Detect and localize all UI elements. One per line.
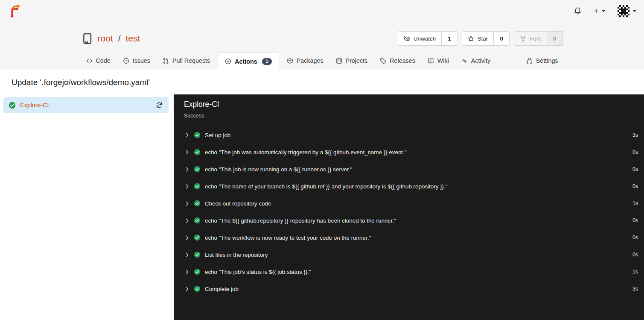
chevron-down-icon <box>633 10 636 12</box>
topnav-right: + <box>574 5 636 18</box>
step-row[interactable]: Set up job 3s <box>174 126 644 144</box>
step-row[interactable]: Complete job 3s <box>174 280 644 297</box>
count-badge[interactable]: 0 <box>494 31 510 46</box>
repo-breadcrumb: root / test <box>82 33 140 44</box>
step-row[interactable]: echo "This job's status is ${{ job.statu… <box>174 263 644 280</box>
step-row[interactable]: List files in the repository 0s <box>174 246 644 263</box>
chevron-right-icon <box>184 252 190 258</box>
tab-wiki[interactable]: Wiki <box>423 52 454 69</box>
forgejo-app: + <box>0 0 644 320</box>
step-duration: 0s <box>632 235 638 241</box>
tab-issues[interactable]: Issues <box>118 52 155 69</box>
chevron-right-icon <box>184 217 190 224</box>
step-row[interactable]: echo "The ${{ github.repository }} repos… <box>174 212 644 229</box>
step-duration: 0s <box>632 183 638 189</box>
eye-slash-icon <box>404 35 410 42</box>
forgejo-logo-icon[interactable] <box>9 4 22 18</box>
chevron-right-icon <box>184 200 190 207</box>
plus-icon: + <box>594 6 599 15</box>
topnav-links <box>33 7 96 15</box>
job-list-item[interactable]: Explore-CI <box>3 97 169 113</box>
repo-name-link[interactable]: test <box>126 33 140 44</box>
tab-activity[interactable]: Activity <box>457 52 495 69</box>
step-row[interactable]: echo "The workflow is now ready to test … <box>174 229 644 246</box>
step-duration: 0s <box>632 149 638 155</box>
step-row[interactable]: Check out repository code 1s <box>174 195 644 212</box>
step-row[interactable]: echo "The name of your branch is ${{ git… <box>174 178 644 195</box>
tab-settings[interactable]: Settings <box>522 52 563 69</box>
step-success-icon <box>194 234 201 241</box>
step-row[interactable]: echo "This job is now running on a ${{ r… <box>174 161 644 178</box>
tab-count-badge: 1 <box>262 58 272 65</box>
run-commit-title: Update '.forgejo/workflows/demo.yaml' <box>0 69 644 94</box>
refresh-icon <box>156 102 163 109</box>
repo-path-separator: / <box>118 33 121 44</box>
tag-icon <box>380 58 386 64</box>
step-duration: 3s <box>632 132 638 138</box>
panel-job-status: Success <box>184 113 634 119</box>
step-duration: 1s <box>632 269 638 275</box>
jobs-sidebar: Explore-CI <box>0 94 174 320</box>
step-duration: 0s <box>632 166 638 172</box>
package-icon <box>287 58 293 64</box>
step-success-icon <box>194 166 201 173</box>
steps-list: Set up job 3s echo "The job was automati… <box>174 124 644 297</box>
tab-actions[interactable]: Actions 1 <box>218 53 279 70</box>
job-panel-header: Explore-CI Success <box>174 94 644 124</box>
unwatch-button[interactable]: Unwatch 1 <box>398 31 458 46</box>
repo-book-icon <box>82 33 93 44</box>
chevron-right-icon <box>184 166 190 173</box>
rerun-job-button[interactable] <box>155 101 163 109</box>
code-icon <box>86 58 93 64</box>
step-success-icon <box>194 285 201 292</box>
star-button[interactable]: Star 0 <box>462 31 510 46</box>
step-row[interactable]: echo "The job was automatically triggere… <box>174 144 644 161</box>
step-success-icon <box>194 132 201 138</box>
wiki-icon <box>428 58 434 64</box>
bell-icon <box>574 7 582 15</box>
job-log-panel: Explore-CI Success Set up job 3s <box>174 94 644 320</box>
pull-request-icon <box>163 58 169 64</box>
tab-releases[interactable]: Releases <box>375 52 420 69</box>
actions-icon <box>225 58 231 65</box>
step-success-icon <box>194 149 201 156</box>
fork-icon <box>520 35 526 42</box>
chevron-right-icon <box>184 132 190 138</box>
top-navbar: + <box>0 0 644 22</box>
chevron-right-icon <box>184 149 190 156</box>
repo-header: root / test Unwatch 1 Star 0 Fork 0 <box>0 22 644 69</box>
project-icon <box>336 58 342 64</box>
activity-icon <box>461 58 468 64</box>
user-avatar <box>617 5 630 18</box>
actions-run-page: Update '.forgejo/workflows/demo.yaml' Ex… <box>0 69 644 320</box>
chevron-right-icon <box>184 269 190 275</box>
step-success-icon <box>194 268 201 275</box>
tab-code[interactable]: Code <box>82 52 115 69</box>
user-menu-button[interactable] <box>617 5 636 18</box>
count-badge[interactable]: 0 <box>547 31 563 46</box>
step-duration: 1s <box>632 200 638 206</box>
chevron-down-icon <box>602 10 605 12</box>
panel-job-name: Explore-CI <box>184 100 634 109</box>
job-success-icon <box>9 102 16 109</box>
count-badge[interactable]: 1 <box>442 31 458 46</box>
star-icon <box>468 35 474 42</box>
step-duration: 3s <box>632 286 638 292</box>
chevron-right-icon <box>184 235 190 241</box>
step-success-icon <box>194 251 201 258</box>
tab-packages[interactable]: Packages <box>282 52 328 69</box>
tab-projects[interactable]: Projects <box>331 52 373 69</box>
repo-owner-link[interactable]: root <box>98 33 113 44</box>
chevron-right-icon <box>184 286 190 292</box>
step-duration: 0s <box>632 252 638 258</box>
create-new-button[interactable]: + <box>594 6 605 15</box>
tab-pull-requests[interactable]: Pull Requests <box>158 52 215 69</box>
fork-button[interactable]: Fork 0 <box>514 31 563 46</box>
issue-icon <box>123 58 129 64</box>
notifications-bell-button[interactable] <box>574 7 582 15</box>
step-duration: 0s <box>632 217 638 223</box>
chevron-right-icon <box>184 183 190 190</box>
repo-tab-bar: Code Issues Pull Requests Actions 1 Pack… <box>82 52 563 69</box>
repo-action-buttons: Unwatch 1 Star 0 Fork 0 <box>398 31 563 46</box>
settings-icon <box>526 58 533 64</box>
